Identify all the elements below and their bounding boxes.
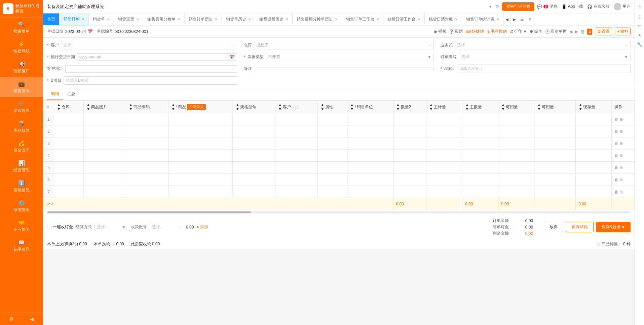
order-source-input[interactable]: 选择... ▼ — [459, 53, 631, 61]
sidebar-item-corp[interactable]: 🤝 企业协同 — [0, 216, 43, 236]
toolbar-layout-grid[interactable]: ▦ — [581, 29, 584, 34]
save-new-dropdown-icon[interactable]: ▼ — [621, 225, 625, 230]
row3-main-qty[interactable] — [462, 137, 498, 150]
row2-warehouse[interactable] — [54, 125, 84, 137]
add-payment-btn[interactable]: ● 添加 — [196, 224, 208, 230]
tab-return-history[interactable]: 销货退货历史 ✕ — [255, 13, 293, 26]
row5-available[interactable] — [498, 162, 534, 174]
row7-spec[interactable] — [233, 186, 275, 198]
detail-tab-summary[interactable]: 汇总 — [63, 88, 79, 100]
row1-image[interactable] — [83, 113, 126, 125]
right-panel-tool-icon[interactable]: 🔧 — [636, 40, 644, 48]
row7-product[interactable] — [168, 186, 233, 198]
row3-qty2[interactable] — [393, 137, 426, 150]
row3-code[interactable] — [126, 137, 168, 150]
payment-method-dropdown-icon[interactable]: ▼ — [122, 225, 126, 230]
row3-stock[interactable] — [576, 137, 612, 150]
row5-qty2[interactable] — [393, 162, 426, 174]
row6-attribute[interactable] — [317, 174, 347, 186]
tab-prev-btn[interactable]: ◀ — [503, 13, 511, 26]
tab-close-all-btn[interactable]: ✕ — [526, 13, 534, 26]
table-scrollbar[interactable] — [47, 211, 631, 213]
row4-delete-icon[interactable]: 🗑 — [614, 153, 618, 158]
sort-warehouse[interactable]: ▲▼ — [57, 103, 61, 111]
row4-attribute[interactable] — [317, 150, 347, 162]
sort-available2[interactable]: ▲▼ — [537, 103, 541, 111]
row2-customer-code[interactable] — [275, 125, 317, 137]
sort-product-image[interactable]: ▲▼ — [86, 103, 90, 111]
tab-close-sales-invoice[interactable]: ✕ — [107, 17, 110, 21]
row7-attribute[interactable] — [317, 186, 347, 198]
row3-sales-unit[interactable] — [347, 137, 393, 150]
toolbar-nav-next[interactable]: ▶ — [575, 29, 578, 34]
row1-code[interactable] — [126, 113, 168, 125]
row2-spec[interactable] — [233, 125, 275, 137]
row2-main-unit[interactable] — [426, 125, 462, 137]
row5-spec[interactable] — [233, 162, 275, 174]
delivery-date-input[interactable]: yyyy-mm-dd 📅 — [77, 53, 237, 61]
save-draft-btn[interactable]: 保存草稿 — [566, 222, 594, 232]
row5-image[interactable] — [83, 162, 126, 174]
row6-image[interactable] — [83, 174, 126, 186]
invoice-dropdown-icon[interactable]: ▼ — [427, 55, 431, 59]
row5-main-qty[interactable] — [462, 162, 498, 174]
sort-qty2[interactable]: ▲▼ — [396, 103, 400, 111]
customer-dots[interactable]: ··· — [231, 43, 235, 48]
row4-main-qty[interactable] — [462, 150, 498, 162]
add-material-btn[interactable]: + 物料 — [615, 28, 631, 35]
b-project-input[interactable]: 请输入B项目 — [64, 76, 237, 85]
tab-home[interactable]: 首页 — [43, 13, 60, 26]
right-panel-layout-icon[interactable]: ◫ — [636, 12, 644, 20]
row2-qty2[interactable] — [393, 125, 426, 137]
sort-stock[interactable]: ▲▼ — [578, 103, 582, 111]
row2-image[interactable] — [83, 125, 126, 137]
row4-available[interactable] — [498, 150, 534, 162]
tab-close-sales-order[interactable]: ✕ — [82, 17, 84, 21]
col-available[interactable]: ▲▼ 可用量 — [498, 101, 534, 113]
row6-warehouse[interactable] — [54, 174, 84, 186]
row1-copy-icon[interactable]: ⊕ — [619, 117, 623, 122]
row2-available2[interactable] — [534, 125, 576, 137]
col-product[interactable]: ▲▼ * 商品 扫码录入 — [168, 101, 233, 113]
row1-attribute[interactable] — [317, 113, 347, 125]
row7-sales-unit[interactable] — [347, 186, 393, 198]
tab-order-history[interactable]: 销售订单历史 ✕ — [185, 13, 222, 26]
row3-copy-icon[interactable]: ⊕ — [619, 141, 623, 146]
notifications-btn[interactable]: 💬 9 消息 — [537, 4, 558, 9]
row6-main-unit[interactable] — [426, 174, 462, 186]
row5-attribute[interactable] — [317, 162, 347, 174]
app-download-btn[interactable]: 📱 App下载 — [562, 4, 583, 9]
col-customer-code[interactable]: ▲▼ 客户... ⓘ — [275, 101, 317, 113]
row7-copy-icon[interactable]: ⊕ — [619, 190, 623, 194]
row7-stock[interactable] — [576, 186, 612, 198]
row5-delete-icon[interactable]: 🗑 — [614, 165, 618, 170]
profit-btn[interactable]: ◎ 毛利预估 — [487, 29, 507, 34]
order-source-dropdown-icon[interactable]: ▼ — [624, 55, 628, 59]
table-settings-icon[interactable]: ⚙ — [46, 105, 50, 109]
col-sales-unit[interactable]: ▲▼ * 销售单位 — [347, 101, 393, 113]
sort-product-code[interactable]: ▲▼ — [129, 103, 133, 111]
sort-spec[interactable]: ▲▼ — [235, 103, 239, 111]
row1-warehouse[interactable] — [54, 113, 84, 125]
row1-qty2[interactable] — [393, 113, 426, 125]
row7-qty2[interactable] — [393, 186, 426, 198]
scan-btn[interactable]: 扫码录入 — [187, 104, 206, 110]
tab-close-daily-workbench[interactable]: ✕ — [418, 17, 420, 21]
sidebar-item-marketing[interactable]: 📢 营销推广 — [0, 57, 43, 77]
right-panel-edit-icon[interactable]: ✏ — [636, 22, 644, 30]
row5-product[interactable] — [168, 162, 233, 174]
row7-delete-icon[interactable]: 🗑 — [614, 190, 618, 194]
cal-icon-delivery[interactable]: 📅 — [230, 55, 235, 59]
tab-invoice-history[interactable]: 销货单历史 ✕ — [222, 13, 255, 26]
row4-product[interactable] — [168, 150, 233, 162]
view-btn[interactable]: ▶ 视频 — [434, 29, 446, 34]
row1-spec[interactable] — [233, 113, 275, 125]
sort-customer-code[interactable]: ▲▼ — [278, 103, 282, 111]
history-btn[interactable]: 🕐 历史单据 — [545, 29, 567, 34]
row6-qty2[interactable] — [393, 174, 426, 186]
row7-main-unit[interactable] — [426, 186, 462, 198]
settings-icon[interactable]: ⚙ — [495, 4, 499, 9]
tab-close-invoice-history[interactable]: ✕ — [248, 17, 251, 21]
row7-image[interactable] — [83, 186, 126, 198]
row4-spec[interactable] — [233, 150, 275, 162]
